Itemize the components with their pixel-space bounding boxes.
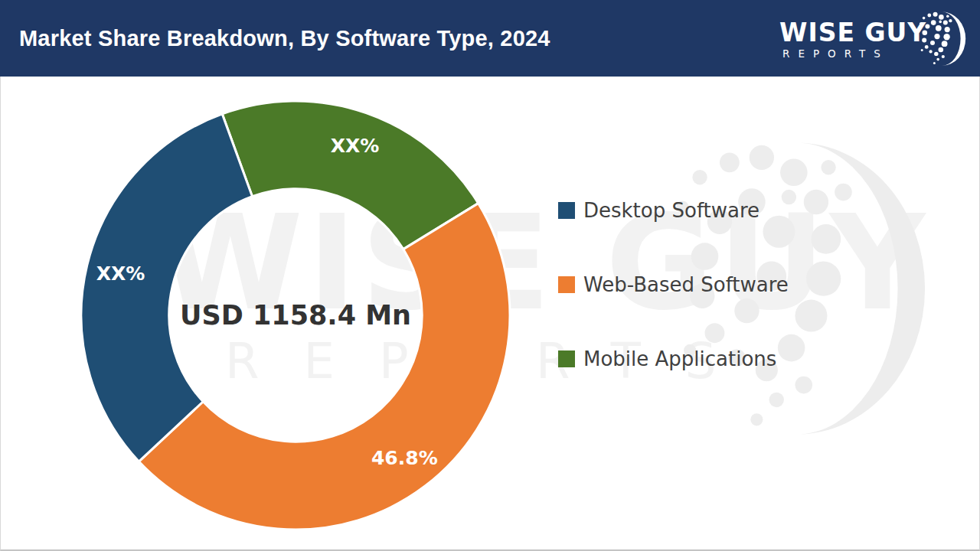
legend-item-mobile-applications: Mobile Applications [558, 347, 789, 370]
report-canvas: Market Share Breakdown, By Software Type… [0, 0, 980, 551]
legend: Desktop SoftwareWeb-Based SoftwareMobile… [558, 199, 789, 422]
logo-wordmark: WISE GUY [779, 18, 926, 47]
legend-item-desktop-software: Desktop Software [558, 199, 789, 222]
slice-label-desktop-software: XX% [96, 262, 145, 285]
logo-subtitle: REPORTS [782, 47, 889, 60]
slice-label-web-based-software: 46.8% [371, 447, 438, 469]
wiseguy-logo: WISE GUY REPORTS [778, 6, 968, 70]
chart-center-value: USD 1158.4 Mn [180, 300, 411, 331]
legend-label: Desktop Software [583, 199, 760, 222]
page-title: Market Share Breakdown, By Software Type… [0, 26, 550, 51]
legend-swatch-icon [558, 202, 575, 219]
header: Market Share Breakdown, By Software Type… [0, 0, 980, 77]
chart-board: WISE GUY REPORTS XX%46.8%XX% USD 1158.4 … [0, 77, 980, 551]
slice-label-mobile-applications: XX% [331, 135, 380, 157]
legend-label: Web-Based Software [583, 273, 789, 296]
legend-swatch-icon [558, 276, 575, 293]
legend-swatch-icon [558, 350, 575, 367]
pie-slice-web-based-software [139, 204, 510, 530]
pie-slice-desktop-software [81, 114, 252, 461]
legend-label: Mobile Applications [583, 347, 776, 370]
legend-item-web-based-software: Web-Based Software [558, 273, 789, 296]
